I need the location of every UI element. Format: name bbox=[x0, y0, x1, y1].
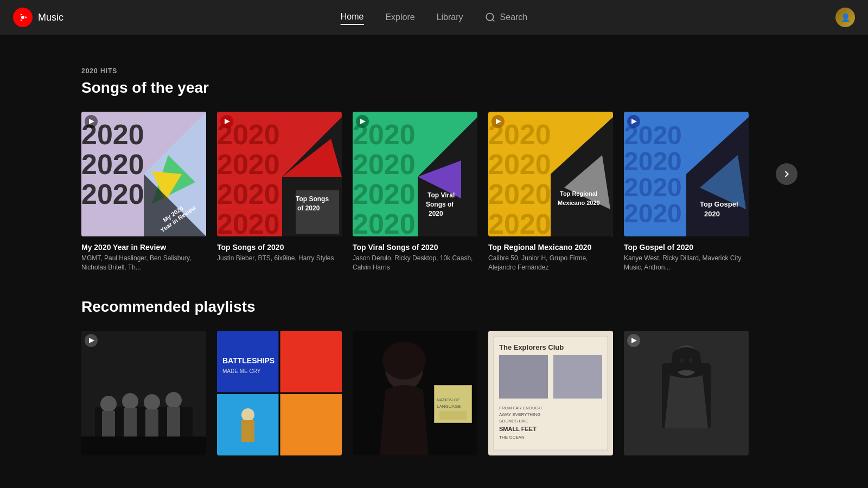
card-subtitle-2: Jason Derulo, Ricky Desktop, 10k.Caash, … bbox=[353, 254, 477, 272]
svg-rect-74 bbox=[81, 436, 206, 455]
section-title: Songs of the year bbox=[81, 79, 787, 97]
card-top-songs[interactable]: 2020 2020 2020 2020 Top Songs bbox=[217, 112, 342, 272]
card-image-viral: 2020 2020 2020 2020 Top Viral Songs of 2… bbox=[353, 112, 477, 236]
svg-text:2020: 2020 bbox=[704, 210, 720, 218]
svg-rect-79 bbox=[279, 331, 342, 393]
card-image-regional: 2020 2020 2020 2020 Top Regional Mexican… bbox=[488, 112, 613, 236]
svg-point-72 bbox=[165, 392, 182, 408]
playlist-card-3[interactable]: NATION OF LANGUAGE bbox=[353, 331, 477, 455]
svg-text:SMALL FEET: SMALL FEET bbox=[499, 426, 537, 432]
svg-text:2020: 2020 bbox=[81, 149, 144, 180]
card-viral[interactable]: 2020 2020 2020 2020 Top Viral Songs of 2… bbox=[353, 112, 477, 272]
svg-text:FROM FAR ENOUGH: FROM FAR ENOUGH bbox=[499, 406, 542, 410]
svg-rect-99 bbox=[499, 355, 548, 399]
avatar-image: 👤 bbox=[835, 8, 855, 27]
card-title-0: My 2020 Year in Review bbox=[81, 243, 206, 252]
svg-text:Top Songs: Top Songs bbox=[296, 195, 329, 203]
logo-text: Music bbox=[38, 12, 63, 23]
chevron-right-icon bbox=[781, 169, 792, 179]
svg-text:THE OCEAN: THE OCEAN bbox=[499, 435, 525, 440]
card-regional[interactable]: 2020 2020 2020 2020 Top Regional Mexican… bbox=[488, 112, 613, 272]
svg-text:Songs of: Songs of bbox=[426, 201, 454, 208]
svg-text:Top Gospel: Top Gospel bbox=[700, 200, 738, 208]
svg-point-68 bbox=[122, 393, 138, 409]
section-label: 2020 HITS bbox=[81, 67, 787, 75]
carousel-next-button[interactable] bbox=[776, 163, 797, 185]
svg-text:2020: 2020 bbox=[488, 149, 551, 180]
svg-point-110 bbox=[688, 358, 693, 363]
svg-text:2020: 2020 bbox=[624, 147, 682, 176]
playlist-image-2: BATTLESHIPS MADE ME CRY bbox=[217, 331, 342, 455]
nav-search[interactable]: Search bbox=[485, 12, 528, 23]
svg-rect-71 bbox=[145, 409, 158, 438]
svg-point-66 bbox=[100, 396, 117, 412]
playlist-card-4[interactable]: The Explorers Club FROM FAR ENOUGH AWAY … bbox=[488, 331, 613, 455]
svg-line-5 bbox=[492, 20, 494, 22]
card-subtitle-1: Justin Bieber, BTS, 6ix9ine, Harry Style… bbox=[217, 254, 342, 263]
svg-text:2020: 2020 bbox=[353, 149, 416, 180]
card-title-2: Top Viral Songs of 2020 bbox=[353, 243, 477, 252]
main-content: 2020 HITS Songs of the year 2020 2020 20… bbox=[0, 35, 868, 488]
card-title-3: Top Regional Mexicano 2020 bbox=[488, 243, 613, 252]
svg-rect-87 bbox=[241, 420, 254, 442]
svg-rect-73 bbox=[167, 407, 180, 438]
svg-text:2020: 2020 bbox=[429, 210, 443, 217]
youtube-music-logo-icon bbox=[13, 8, 33, 27]
card-image-gospel: 2020 2020 2020 2020 Top Gospel 2020 bbox=[624, 112, 749, 236]
user-avatar[interactable]: 👤 bbox=[835, 8, 855, 27]
svg-text:MADE ME CRY: MADE ME CRY bbox=[222, 368, 261, 374]
svg-text:2020: 2020 bbox=[353, 208, 416, 236]
svg-text:2020: 2020 bbox=[217, 149, 280, 180]
card-image-review: 2020 2020 2020 My 2020 bbox=[81, 112, 206, 236]
card-title-4: Top Gospel of 2020 bbox=[624, 243, 749, 252]
logo-area[interactable]: Music bbox=[13, 8, 63, 27]
svg-text:2020: 2020 bbox=[217, 208, 280, 236]
svg-text:of 2020: of 2020 bbox=[297, 204, 320, 212]
svg-text:Mexicano 2020: Mexicano 2020 bbox=[558, 200, 600, 206]
playlist-card-5[interactable] bbox=[624, 331, 749, 455]
playlist-image-5 bbox=[624, 331, 749, 455]
playlist-image-4: The Explorers Club FROM FAR ENOUGH AWAY … bbox=[488, 331, 613, 455]
svg-text:BATTLESHIPS: BATTLESHIPS bbox=[222, 356, 275, 365]
songs-section: 2020 HITS Songs of the year 2020 2020 20… bbox=[81, 67, 787, 272]
recommended-title: Recommended playlists bbox=[81, 298, 787, 316]
card-gospel[interactable]: 2020 2020 2020 2020 Top Gospel 2020 bbox=[624, 112, 749, 272]
svg-text:AWAY EVERYTHING: AWAY EVERYTHING bbox=[499, 412, 540, 417]
playlist-image-3: NATION OF LANGUAGE bbox=[353, 331, 477, 455]
card-subtitle-4: Kanye West, Ricky Dillard, Maverick City… bbox=[624, 254, 749, 272]
svg-text:The Explorers Club: The Explorers Club bbox=[499, 343, 564, 351]
svg-rect-69 bbox=[124, 408, 137, 438]
card-image-top: 2020 2020 2020 2020 Top Songs bbox=[217, 112, 342, 236]
svg-text:2020: 2020 bbox=[624, 199, 682, 228]
svg-rect-67 bbox=[102, 411, 115, 438]
nav-home[interactable]: Home bbox=[341, 10, 364, 25]
svg-point-70 bbox=[144, 394, 160, 410]
playlist-image-1 bbox=[81, 331, 206, 455]
svg-text:Top Regional: Top Regional bbox=[560, 190, 597, 197]
playlist-card-1[interactable] bbox=[81, 331, 206, 455]
card-subtitle-0: MGMT, Paul Haslinger, Ben Salisbury, Nic… bbox=[81, 254, 206, 272]
songs-carousel: 2020 2020 2020 My 2020 bbox=[81, 112, 787, 272]
svg-text:2020: 2020 bbox=[81, 178, 144, 210]
svg-rect-95 bbox=[439, 411, 467, 420]
search-label: Search bbox=[500, 12, 528, 22]
svg-point-86 bbox=[241, 408, 254, 421]
svg-point-3 bbox=[21, 16, 24, 19]
svg-rect-100 bbox=[553, 355, 602, 399]
svg-text:2020: 2020 bbox=[488, 208, 551, 236]
playlist-cards-row: BATTLESHIPS MADE ME CRY bbox=[81, 331, 787, 455]
nav-library[interactable]: Library bbox=[437, 10, 463, 24]
svg-text:LANGUAGE: LANGUAGE bbox=[437, 404, 461, 409]
app-header: Music Home Explore Library Search 👤 bbox=[0, 0, 868, 35]
svg-point-109 bbox=[680, 358, 684, 363]
main-nav: Home Explore Library Search bbox=[341, 10, 528, 25]
svg-text:Top Viral: Top Viral bbox=[427, 191, 455, 199]
svg-text:2020: 2020 bbox=[217, 178, 280, 210]
playlist-card-2[interactable]: BATTLESHIPS MADE ME CRY bbox=[217, 331, 342, 455]
card-subtitle-3: Calibre 50, Junior H, Grupo Firme, Aleja… bbox=[488, 254, 613, 272]
card-year-review[interactable]: 2020 2020 2020 My 2020 bbox=[81, 112, 206, 272]
svg-rect-81 bbox=[279, 393, 342, 455]
recommended-section: Recommended playlists bbox=[81, 298, 787, 455]
svg-point-90 bbox=[382, 342, 426, 380]
nav-explore[interactable]: Explore bbox=[385, 10, 414, 24]
